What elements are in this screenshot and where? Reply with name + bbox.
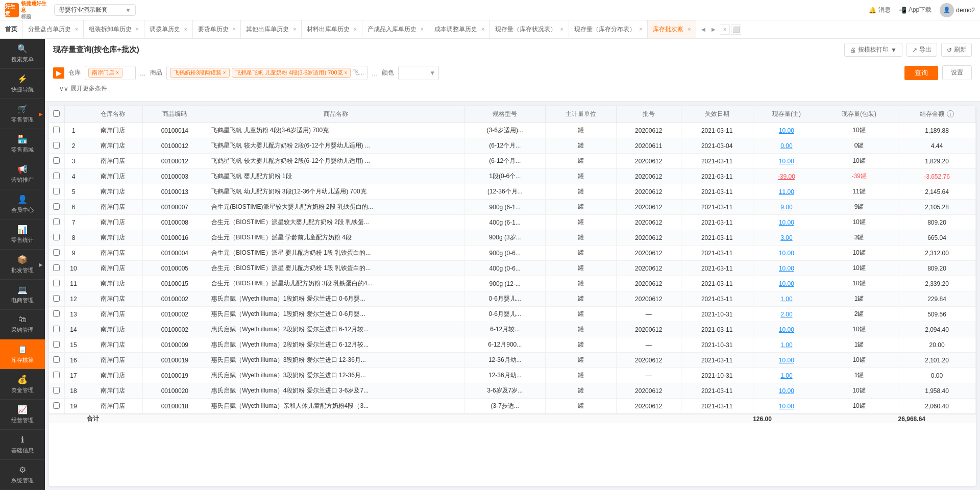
message-button[interactable]: 🔔 消息 [869,6,891,14]
tab-close-icon[interactable]: × [184,27,187,32]
tab-close-icon[interactable]: × [136,27,139,32]
row-checkbox[interactable] [49,399,64,414]
row-checkbox[interactable] [49,353,64,368]
color-filter-group[interactable]: ▼ [398,66,439,80]
row-checkbox[interactable] [49,307,64,322]
warehouse-tag-close-icon[interactable]: × [116,70,119,76]
row-stock-main[interactable]: 2.00 [753,307,820,322]
sidebar-item-management[interactable]: 📈 经营管理 [0,400,45,430]
select-all-checkbox[interactable] [53,110,60,117]
product-tag-2[interactable]: 飞鹤星飞帆 儿童奶粉 4段(3-6岁适用) 700克 × [232,68,351,78]
tab-xianzailiang2[interactable]: 现存量（库存分布表） × [569,20,648,39]
sidebar-item-quicknav[interactable]: ⚡ 快捷导航 [0,69,45,99]
row-stock-main[interactable]: 11.00 [753,184,820,200]
tab-diaobo[interactable]: 调拨单历史 × [144,20,193,39]
row-stock-main[interactable]: 10.00 [753,383,820,399]
row-checkbox[interactable] [49,123,64,138]
row-stock-main[interactable]: 10.00 [753,399,820,414]
product-more-icon[interactable]: ... [372,69,378,77]
sidebar-item-member[interactable]: 👤 会员中心 [0,189,45,219]
tab-yaohuo[interactable]: 要货单历史 × [193,20,241,39]
sidebar-item-basics[interactable]: ℹ 基础信息 [0,430,45,460]
tab-zuchai[interactable]: 组装拆卸单历史 × [84,20,144,39]
row-checkbox[interactable] [49,337,64,353]
row-stock-main[interactable]: 10.00 [753,322,820,337]
row-checkbox[interactable] [49,215,64,230]
row-stock-main[interactable]: 10.00 [753,123,820,138]
sidebar-item-system[interactable]: ⚙ 系统管理 [0,460,45,490]
row-stock-main[interactable]: 0.00 [753,138,820,154]
user-profile[interactable]: 👤 demo2 [940,3,975,17]
tab-close-icon[interactable]: × [75,27,78,32]
tab-chengbentiao[interactable]: 成本调整单历史 × [429,20,490,39]
tab-qitachu[interactable]: 其他出库单历史 × [241,20,302,39]
sidebar-item-ecommerce[interactable]: 💻 电商管理 [0,280,45,310]
tab-xianzailiang1[interactable]: 现存量（库存状况表） × [490,20,569,39]
account-selector[interactable]: 母婴行业演示账套 ▼ [54,4,136,16]
row-checkbox[interactable] [49,169,64,184]
toggle-filter-button[interactable]: ▶ [53,67,64,79]
row-checkbox[interactable] [49,368,64,383]
row-stock-main[interactable]: 10.00 [753,261,820,276]
nav-next-button[interactable]: ▶ [708,24,719,35]
nav-prev-button[interactable]: ◀ [698,24,708,35]
query-button[interactable]: 查询 [904,66,938,80]
warehouse-tag[interactable]: 南岸门店 × [88,68,122,78]
tab-chanpinru[interactable]: 产成品入库单历史 × [362,20,429,39]
product-tag-1[interactable]: 飞鹤奶粉3段两罐装 × [170,68,230,78]
row-checkbox[interactable] [49,276,64,291]
tab-fenpan[interactable]: 分量盘点单历史 × [23,20,84,39]
tab-close-icon[interactable]: × [688,27,691,32]
tab-close-icon[interactable]: × [354,27,357,32]
export-button[interactable]: ↗ 导出 [906,43,937,57]
row-checkbox[interactable] [49,230,64,246]
row-checkbox[interactable] [49,322,64,337]
nav-maximize-button[interactable]: ⬜ [731,24,741,35]
warehouse-more-icon[interactable]: ... [140,69,146,77]
product-tag-1-close-icon[interactable]: × [223,70,226,76]
sidebar-item-search[interactable]: 🔍 搜索菜单 [0,39,45,69]
row-checkbox[interactable] [49,261,64,276]
row-stock-main[interactable]: 10.00 [753,154,820,169]
sidebar-item-stats[interactable]: 📊 零售统计 [0,219,45,250]
sidebar-item-retail[interactable]: 🛒 零售管理 ▶ [0,99,45,129]
tab-close-icon[interactable]: × [293,27,296,32]
expand-conditions-button[interactable]: ∨∨ 展开更多条件 [55,82,970,95]
product-filter-group[interactable]: 飞鹤奶粉3段两罐装 × 飞鹤星飞帆 儿童奶粉 4段(3-6岁适用) 700克 ×… [166,66,368,80]
row-stock-main[interactable]: 1.00 [753,337,820,353]
row-checkbox[interactable] [49,200,64,215]
row-stock-main[interactable]: 1.00 [753,368,820,383]
sidebar-item-purchase[interactable]: 🛍 采购管理 [0,310,45,339]
app-download-button[interactable]: 📲 App下载 [899,6,932,14]
row-stock-main[interactable]: -39.00 [753,169,820,184]
row-checkbox[interactable] [49,154,64,169]
sidebar-item-wholesale[interactable]: 📦 批发管理 ▶ [0,250,45,280]
tab-close-icon[interactable]: × [421,27,424,32]
row-checkbox[interactable] [49,138,64,154]
row-stock-main[interactable]: 1.00 [753,291,820,307]
tab-close-icon[interactable]: × [640,27,643,32]
settings-button[interactable]: 设置 [942,65,972,80]
tab-cailiaochu[interactable]: 材料出库单历史 × [302,20,362,39]
tab-close-icon[interactable]: × [481,27,484,32]
sidebar-item-finance[interactable]: 💰 资金管理 [0,370,45,400]
row-stock-main[interactable]: 10.00 [753,353,820,368]
row-checkbox[interactable] [49,246,64,261]
row-stock-main[interactable]: 3.00 [753,230,820,246]
row-stock-main[interactable]: 10.00 [753,246,820,261]
row-checkbox[interactable] [49,383,64,399]
nav-close-tab-button[interactable]: × [720,24,730,35]
tab-kupicici[interactable]: 库存批次账 × [648,20,696,39]
row-checkbox[interactable] [49,291,64,307]
sidebar-item-retailshop[interactable]: 🏪 零售商城 [0,129,45,159]
row-checkbox[interactable] [49,184,64,200]
row-stock-main[interactable]: 10.00 [753,276,820,291]
row-stock-main[interactable]: 10.00 [753,215,820,230]
balance-info-icon[interactable]: i [947,110,954,117]
refresh-button[interactable]: ↺ 刷新 [941,43,972,57]
product-tag-2-close-icon[interactable]: × [345,70,348,76]
row-stock-main[interactable]: 9.00 [753,200,820,215]
sidebar-item-inventory[interactable]: 📋 库存核算 [0,339,45,370]
warehouse-filter-group[interactable]: 南岸门店 × [85,66,136,80]
tab-home[interactable]: 首页 [0,20,23,39]
